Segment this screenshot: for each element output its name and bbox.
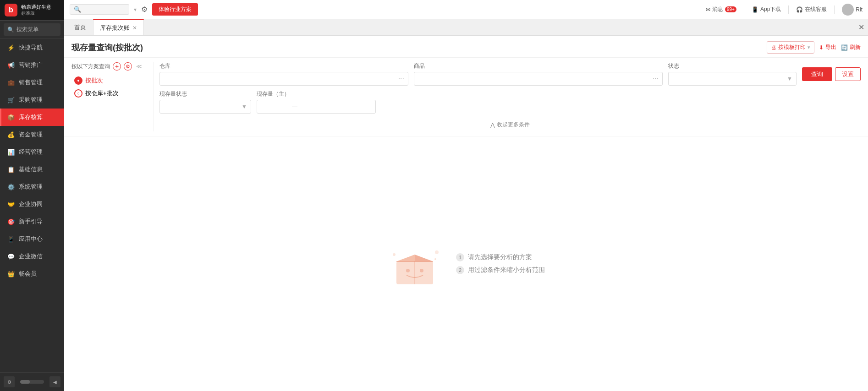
svg-marker-2 <box>415 255 433 261</box>
filter-warehouse-input[interactable]: ··· <box>159 72 408 86</box>
plan-item-by-warehouse-batch[interactable]: ○ 按仓库+批次 <box>71 87 148 100</box>
empty-state: 1 请先选择要分析的方案 2 用过滤条件来缩小分析范围 <box>64 136 868 391</box>
trial-industry-button[interactable]: 体验行业方案 <box>152 3 198 16</box>
search-icon: 🔍 <box>7 27 14 33</box>
tab-close-icon[interactable]: ✕ <box>132 25 137 31</box>
search-menu-button[interactable]: 🔍 搜索菜单 <box>4 23 60 36</box>
topbar-divider2 <box>788 5 789 14</box>
filter-stock-status-select[interactable]: ▼ <box>159 100 251 114</box>
svg-marker-1 <box>396 255 415 261</box>
filter-product-field: 商品 ··· <box>414 62 663 86</box>
operations-icon: 📊 <box>7 148 15 156</box>
topbar-search-icon: 🔍 <box>74 6 81 13</box>
topbar-search-input[interactable] <box>83 6 125 13</box>
sidebar-item-sales[interactable]: 💼 销售管理 <box>0 74 64 91</box>
sidebar-settings-button[interactable]: ⚙ <box>4 376 15 387</box>
sidebar-item-basic[interactable]: 📋 基础信息 <box>0 161 64 178</box>
sidebar-item-wechat[interactable]: 💬 企业微信 <box>0 248 64 265</box>
app-logo: b <box>5 4 17 16</box>
basic-icon: 📋 <box>7 165 15 174</box>
settings-button[interactable]: 设置 <box>835 67 861 81</box>
plan-settings-icon[interactable]: ⚙ <box>124 62 132 71</box>
filter-stock-qty-range[interactable]: — <box>257 100 376 114</box>
tab-bar: 首页 库存批次账 ✕ ✕ <box>64 19 868 36</box>
plan-by-batch-icon: ● <box>74 76 82 85</box>
filter-stock-qty-field: 现存量（主） — <box>257 90 376 114</box>
sidebar-item-member[interactable]: 👑 畅会员 <box>0 265 64 282</box>
sidebar-item-finance[interactable]: 💰 资金管理 <box>0 126 64 143</box>
sidebar-item-newbie[interactable]: 🎯 新手引导 <box>0 213 64 230</box>
page-header-actions: 🖨 按模板打印 ▾ ⬇ 导出 🔄 刷新 <box>767 41 861 54</box>
sidebar-item-operations[interactable]: 📊 经营管理 <box>0 143 64 161</box>
sidebar-item-purchase[interactable]: 🛒 采购管理 <box>0 91 64 109</box>
status-dropdown-icon[interactable]: ▼ <box>787 76 792 82</box>
topbar-dropdown-icon[interactable]: ▾ <box>134 6 137 13</box>
topbar-divider1 <box>744 5 744 14</box>
tab-bar-close-button[interactable]: ✕ <box>858 23 864 32</box>
wechat-icon: 💬 <box>7 252 15 261</box>
service-icon: 🎧 <box>796 6 803 13</box>
plan-by-warehouse-icon: ○ <box>74 89 82 98</box>
filter-row-1: 仓库 ··· 商品 ··· 状态 <box>159 62 861 86</box>
filter-plan-panel: 按以下方案查询 + ⚙ ≪ ● 按批次 ○ 按仓库+批次 <box>71 62 154 131</box>
app-download-button[interactable]: 📱 App下载 <box>752 5 781 13</box>
sidebar-item-system[interactable]: ⚙️ 系统管理 <box>0 178 64 196</box>
topbar-search-box[interactable]: 🔍 <box>70 4 129 15</box>
product-more-icon[interactable]: ··· <box>653 75 659 83</box>
empty-tip-1: 1 请先选择要分析的方案 <box>456 253 545 261</box>
sidebar-item-shortcut[interactable]: ⚡ 快捷导航 <box>0 39 64 56</box>
query-button[interactable]: 查询 <box>802 67 832 81</box>
filter-stock-status-field: 现存量状态 ▼ <box>159 90 251 114</box>
filter-status-select[interactable]: ▼ <box>668 72 797 86</box>
online-service-button[interactable]: 🎧 在线客服 <box>796 5 827 13</box>
finance-icon: 💰 <box>7 130 15 139</box>
company-name: 畅康通好生意 <box>21 4 51 10</box>
print-button[interactable]: 🖨 按模板打印 ▾ <box>767 41 814 54</box>
collapse-plan-icon[interactable]: ≪ <box>135 62 143 71</box>
download-icon: 📱 <box>752 6 758 13</box>
messages-icon: ✉ <box>706 6 710 13</box>
sidebar: b 畅康通好生意 标准版 🔍 搜索菜单 ⚡ 快捷导航 📢 营销推广 💼 销售管理… <box>0 0 64 391</box>
collapse-more-conditions[interactable]: ⋀ 收起更多条件 <box>159 118 861 131</box>
sidebar-item-apps[interactable]: 📱 应用中心 <box>0 230 64 248</box>
enterprise-icon: 🤝 <box>7 200 15 208</box>
newbie-icon: 🎯 <box>7 217 15 226</box>
print-icon: 🖨 <box>771 44 776 51</box>
plan-item-by-batch[interactable]: ● 按批次 <box>71 74 148 87</box>
filter-stock-qty-min[interactable] <box>261 103 288 110</box>
sidebar-footer: ⚙ ◀ <box>0 372 64 391</box>
topbar: 🔍 ▾ ⚙ 体验行业方案 ✉ 消息 99+ 📱 App下载 🎧 在线客服 <box>64 0 868 19</box>
messages-button[interactable]: ✉ 消息 99+ <box>706 5 736 13</box>
shortcut-icon: ⚡ <box>7 43 15 52</box>
warehouse-more-icon[interactable]: ··· <box>398 75 404 83</box>
filter-warehouse-label: 仓库 <box>159 62 408 70</box>
collapse-up-icon: ⋀ <box>490 122 495 128</box>
user-profile-button[interactable]: Rit <box>842 4 863 16</box>
stock-status-dropdown-icon[interactable]: ▼ <box>242 103 247 110</box>
avatar <box>842 4 854 16</box>
export-button[interactable]: ⬇ 导出 <box>819 43 836 51</box>
tab-home[interactable]: 首页 <box>68 19 93 35</box>
filter-stock-status-label: 现存量状态 <box>159 90 251 98</box>
tab-inventory-batch[interactable]: 库存批次账 ✕ <box>93 19 144 35</box>
add-plan-icon[interactable]: + <box>113 62 121 71</box>
refresh-button[interactable]: 🔄 刷新 <box>841 43 861 51</box>
tip-num-1: 1 <box>456 253 464 261</box>
svg-point-7 <box>393 253 396 256</box>
sidebar-item-enterprise[interactable]: 🤝 企业协同 <box>0 196 64 213</box>
sidebar-header: b 畅康通好生意 标准版 <box>0 0 64 21</box>
topbar-settings-icon[interactable]: ⚙ <box>141 5 148 14</box>
filter-plan-title: 按以下方案查询 + ⚙ ≪ <box>71 62 148 71</box>
filter-status-field: 状态 ▼ <box>668 62 797 86</box>
filter-product-input[interactable]: ··· <box>414 72 663 86</box>
sidebar-item-marketing[interactable]: 📢 营销推广 <box>0 56 64 74</box>
sidebar-item-inventory[interactable]: 📦 库存核算 <box>0 109 64 126</box>
sidebar-collapse-button[interactable]: ◀ <box>49 376 60 387</box>
export-icon: ⬇ <box>819 44 824 51</box>
filter-area: 按以下方案查询 + ⚙ ≪ ● 按批次 ○ 按仓库+批次 <box>64 58 868 136</box>
filter-stock-qty-label: 现存量（主） <box>257 90 376 98</box>
filter-product-label: 商品 <box>414 62 663 70</box>
empty-tip-2: 2 用过滤条件来缩小分析范围 <box>456 266 545 274</box>
filter-stock-qty-max[interactable] <box>301 103 329 110</box>
print-dropdown-icon[interactable]: ▾ <box>808 44 810 50</box>
